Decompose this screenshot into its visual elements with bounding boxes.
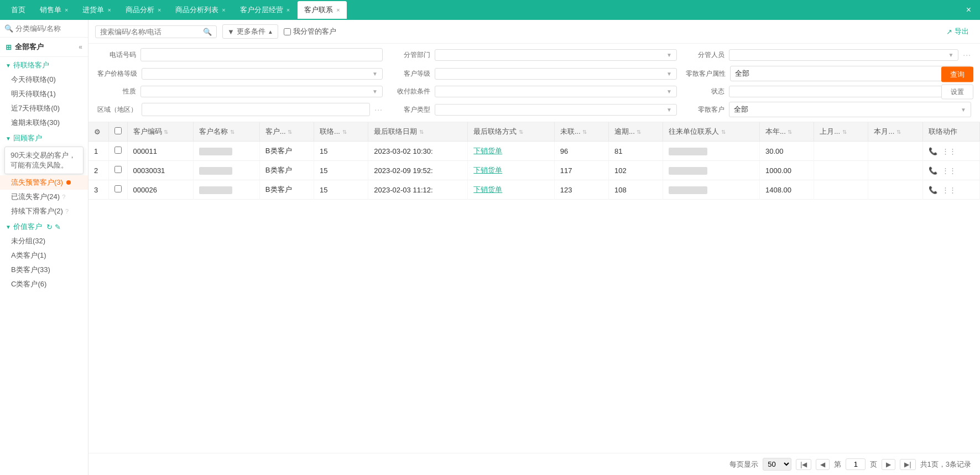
col-settings[interactable]: ⚙ bbox=[88, 122, 108, 142]
first-page-button[interactable]: |◀ bbox=[796, 459, 811, 470]
person-select[interactable]: ▼ bbox=[729, 49, 958, 61]
tab-sales[interactable]: 销售单 × bbox=[33, 1, 75, 19]
col-unit-contact[interactable]: 往来单位联系人 ⇅ bbox=[663, 122, 760, 142]
col-last-date[interactable]: 最后联络日期 ⇅ bbox=[368, 122, 468, 142]
cell-last-way[interactable]: 下销货单 bbox=[468, 180, 554, 200]
my-customers-checkbox[interactable] bbox=[284, 28, 291, 35]
sidebar-section-review[interactable]: ▼ 回顾客户 bbox=[0, 130, 88, 145]
search-icon: 🔍 bbox=[4, 24, 13, 33]
dept-select[interactable]: ▼ bbox=[435, 49, 677, 61]
filter-person: 分管人员 ▼ ··· bbox=[686, 48, 971, 61]
search-input[interactable] bbox=[100, 28, 200, 36]
cell-level: B类客户 bbox=[259, 142, 314, 161]
sort-name-icon: ⇅ bbox=[230, 129, 234, 135]
price-level-select[interactable]: ▼ bbox=[142, 68, 383, 80]
tab-close-customer-contact[interactable]: × bbox=[336, 7, 340, 13]
row-checkbox[interactable] bbox=[114, 147, 122, 154]
cell-last-way[interactable]: 下销货单 bbox=[468, 161, 554, 180]
edit-icon[interactable]: ✎ bbox=[55, 223, 61, 231]
cell-last-way[interactable]: 下销货单 bbox=[468, 142, 554, 161]
col-checkbox[interactable] bbox=[108, 122, 127, 142]
prev-page-button[interactable]: ◀ bbox=[816, 459, 830, 470]
person-more-icon[interactable]: ··· bbox=[963, 50, 971, 59]
sidebar-root[interactable]: ⊞ 全部客户 « bbox=[0, 38, 88, 57]
col-overdue[interactable]: 逾期... ⇅ bbox=[608, 122, 663, 142]
col-code[interactable]: 客户编码 ⇅ bbox=[127, 122, 194, 142]
my-customers-checkbox-wrap[interactable]: 我分管的客户 bbox=[284, 27, 336, 36]
sidebar-item-today[interactable]: 今天待联络(0) bbox=[0, 72, 88, 87]
phone-action-icon[interactable]: 📞 bbox=[929, 186, 937, 194]
tab-close-purchase[interactable]: × bbox=[107, 7, 111, 13]
sidebar-item-overdue[interactable]: 逾期未联络(30) bbox=[0, 116, 88, 130]
tab-close-customer-layer[interactable]: × bbox=[286, 7, 290, 13]
cell-checkbox[interactable] bbox=[108, 142, 127, 161]
setting-button[interactable]: 设置 bbox=[941, 84, 973, 99]
row-checkbox[interactable] bbox=[114, 166, 122, 173]
export-button[interactable]: ↗ 导出 bbox=[942, 25, 973, 38]
customer-type-select[interactable]: ▼ bbox=[435, 104, 677, 116]
col-last-way[interactable]: 最后联络方式 ⇅ bbox=[468, 122, 554, 142]
payment-select[interactable]: ▼ bbox=[435, 86, 677, 97]
sidebar-item-churn-warning[interactable]: 流失预警客户(3) bbox=[0, 175, 88, 190]
select-all-checkbox[interactable] bbox=[114, 127, 122, 134]
search-btn-icon[interactable]: 🔍 bbox=[203, 28, 212, 36]
phone-input[interactable] bbox=[140, 48, 383, 61]
question-icon2: ? bbox=[65, 208, 69, 215]
cell-this-year: 1000.00 bbox=[760, 161, 814, 180]
more-action-icon[interactable]: ⋮⋮ bbox=[942, 186, 956, 194]
status-select[interactable]: ▼ bbox=[729, 86, 971, 97]
sort-this-year-icon: ⇅ bbox=[788, 129, 792, 135]
col-last-month[interactable]: 上月... ⇅ bbox=[814, 122, 868, 142]
col-contact[interactable]: 联络... ⇅ bbox=[314, 122, 368, 142]
tab-home[interactable]: 首页 bbox=[4, 1, 32, 19]
last-page-button[interactable]: ▶| bbox=[900, 459, 915, 470]
tab-analysis-list[interactable]: 商品分析列表 × bbox=[169, 1, 232, 19]
phone-action-icon[interactable]: 📞 bbox=[929, 147, 937, 155]
tab-close-sales[interactable]: × bbox=[65, 7, 68, 13]
sidebar-item-ungrouped[interactable]: 未分组(32) bbox=[0, 234, 88, 248]
sidebar-section-waiting[interactable]: ▼ 待联络客户 bbox=[0, 57, 88, 72]
tab-customer-layer[interactable]: 客户分层经营 × bbox=[233, 1, 296, 19]
customer-level-select[interactable]: ▼ bbox=[435, 68, 677, 80]
cell-checkbox[interactable] bbox=[108, 161, 127, 180]
page-size-select[interactable]: 50 20 100 bbox=[763, 458, 791, 471]
sidebar-item-7days[interactable]: 近7天待联络(0) bbox=[0, 101, 88, 116]
sidebar-item-declining[interactable]: 持续下滑客户(2) ? bbox=[0, 204, 88, 218]
sidebar-search-input[interactable] bbox=[15, 24, 84, 33]
tab-analysis[interactable]: 商品分析 × bbox=[119, 1, 168, 19]
sidebar-item-class-b[interactable]: B类客户(33) bbox=[0, 263, 88, 277]
retail-customer-select[interactable]: 全部 ▼ bbox=[729, 102, 971, 117]
tab-close-analysis[interactable]: × bbox=[158, 7, 161, 13]
col-this-month[interactable]: 本月... ⇅ bbox=[868, 122, 922, 142]
tab-purchase[interactable]: 进货单 × bbox=[76, 1, 117, 19]
more-action-icon[interactable]: ⋮⋮ bbox=[942, 166, 956, 175]
sidebar-item-class-c[interactable]: C类客户(6) bbox=[0, 277, 88, 291]
page-input[interactable] bbox=[846, 458, 866, 470]
col-not-contacted[interactable]: 未联... ⇅ bbox=[554, 122, 608, 142]
sidebar-section-value[interactable]: ▼ 价值客户 ↻ ✎ bbox=[0, 218, 88, 234]
more-action-icon[interactable]: ⋮⋮ bbox=[942, 147, 956, 155]
retail-attr-select[interactable]: 全部 ▼ bbox=[730, 66, 971, 81]
region-input[interactable] bbox=[142, 103, 370, 116]
phone-action-icon[interactable]: 📞 bbox=[929, 166, 937, 175]
tab-close-analysis-list[interactable]: × bbox=[222, 7, 225, 13]
sidebar-item-tomorrow[interactable]: 明天待联络(1) bbox=[0, 87, 88, 101]
cell-index: 2 bbox=[88, 161, 108, 180]
row-checkbox[interactable] bbox=[114, 185, 122, 192]
cell-checkbox[interactable] bbox=[108, 180, 127, 200]
nature-select[interactable]: ▼ bbox=[140, 86, 383, 97]
query-button[interactable]: 查询 bbox=[941, 66, 973, 82]
col-level[interactable]: 客户... ⇅ bbox=[259, 122, 314, 142]
next-page-button[interactable]: ▶ bbox=[882, 459, 895, 470]
sidebar-item-churned[interactable]: 已流失客户(24) ? bbox=[0, 190, 88, 204]
col-this-year[interactable]: 本年... ⇅ bbox=[760, 122, 814, 142]
cell-index: 1 bbox=[88, 142, 108, 161]
col-name[interactable]: 客户名称 ⇅ bbox=[194, 122, 260, 142]
filter-customer-type: 客户类型 ▼ bbox=[392, 102, 677, 117]
sidebar-item-class-a[interactable]: A类客户(1) bbox=[0, 248, 88, 263]
more-filter-button[interactable]: ▼ 更多条件 ▲ bbox=[222, 24, 278, 39]
refresh-icon[interactable]: ↻ bbox=[46, 223, 53, 231]
close-window-button[interactable]: × bbox=[962, 5, 976, 15]
tab-customer-contact[interactable]: 客户联系 × bbox=[298, 1, 346, 19]
region-more-icon[interactable]: ··· bbox=[374, 105, 383, 114]
